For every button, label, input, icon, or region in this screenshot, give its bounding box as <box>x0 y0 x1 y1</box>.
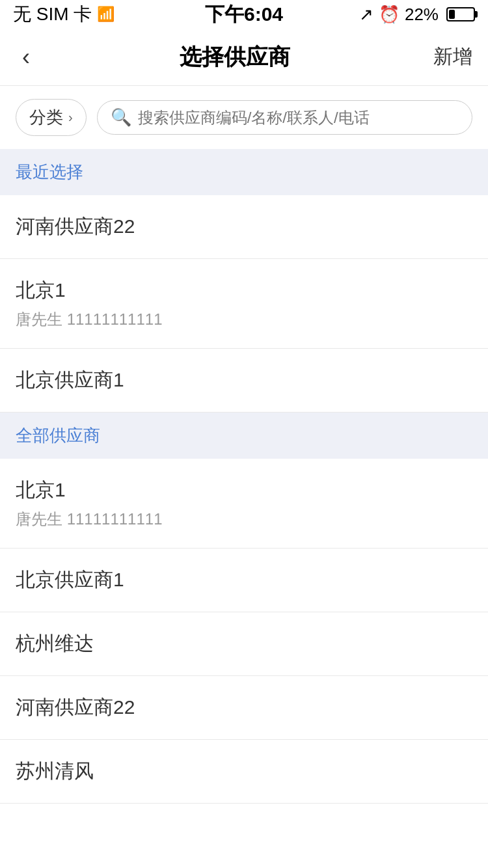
page-title: 选择供应商 <box>180 42 290 72</box>
supplier-list: 最近选择河南供应商22北京1唐先生 11111111111北京供应商1全部供应商… <box>0 149 488 804</box>
section-title-recent: 最近选择 <box>16 162 83 182</box>
list-item[interactable]: 北京1唐先生 11111111111 <box>0 459 488 549</box>
chevron-right-icon: › <box>68 110 73 125</box>
status-time: 下午6:04 <box>205 1 283 28</box>
alarm-icon: ⏰ <box>379 5 400 25</box>
supplier-contact: 唐先生 11111111111 <box>16 509 472 530</box>
supplier-name: 杭州维达 <box>16 631 472 657</box>
section-header-recent: 最近选择 <box>0 149 488 195</box>
status-right: ↗ ⏰ 22% <box>359 5 475 25</box>
supplier-name: 苏州清风 <box>16 758 472 785</box>
nav-bar: ‹ 选择供应商 新增 <box>0 29 488 86</box>
section-header-all: 全部供应商 <box>0 413 488 459</box>
list-item[interactable]: 杭州维达 <box>0 612 488 676</box>
supplier-name: 北京1 <box>16 477 472 504</box>
list-item[interactable]: 河南供应商22 <box>0 195 488 259</box>
add-button[interactable]: 新增 <box>433 44 472 70</box>
supplier-name: 河南供应商22 <box>16 694 472 721</box>
list-item[interactable]: 北京1唐先生 11111111111 <box>0 259 488 349</box>
wifi-icon: 📶 <box>97 6 115 23</box>
supplier-name: 北京1 <box>16 277 472 304</box>
status-left: 无 SIM 卡 📶 <box>13 2 115 27</box>
category-button[interactable]: 分类 › <box>16 99 87 136</box>
search-box[interactable]: 🔍 <box>97 100 472 135</box>
list-item[interactable]: 河南供应商22 <box>0 676 488 740</box>
list-item[interactable]: 苏州清风 <box>0 740 488 804</box>
search-icon: 🔍 <box>111 107 131 128</box>
status-bar: 无 SIM 卡 📶 下午6:04 ↗ ⏰ 22% <box>0 0 488 29</box>
back-button[interactable]: ‹ <box>16 37 36 77</box>
supplier-name: 北京供应商1 <box>16 367 472 394</box>
supplier-name: 河南供应商22 <box>16 213 472 240</box>
list-item[interactable]: 北京供应商1 <box>0 349 488 413</box>
category-label: 分类 <box>29 106 63 129</box>
battery-icon <box>446 7 475 21</box>
supplier-contact: 唐先生 11111111111 <box>16 309 472 330</box>
supplier-name: 北京供应商1 <box>16 567 472 593</box>
battery-pct: 22% <box>405 5 439 25</box>
list-item[interactable]: 北京供应商1 <box>0 549 488 612</box>
sim-status: 无 SIM 卡 <box>13 2 92 27</box>
search-input[interactable] <box>138 109 459 127</box>
filter-bar: 分类 › 🔍 <box>0 86 488 149</box>
section-title-all: 全部供应商 <box>16 426 100 445</box>
location-icon: ↗ <box>359 5 373 25</box>
